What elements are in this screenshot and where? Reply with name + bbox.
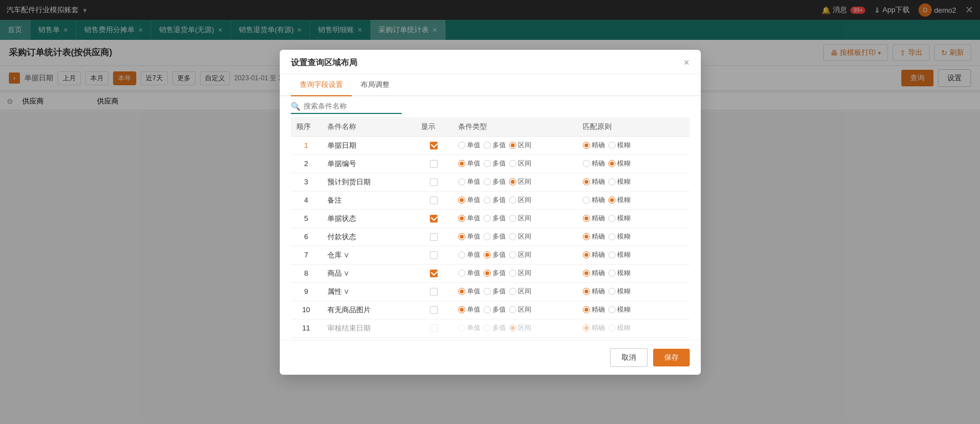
search-input-wrap: 🔍 bbox=[291, 102, 402, 113]
modal-dialog: 设置查询区域布局 × 查询字段设置 布局调整 🔍 顺序 bbox=[280, 50, 701, 113]
modal-tabs: 查询字段设置 布局调整 bbox=[280, 74, 701, 96]
modal-search-area: 🔍 bbox=[280, 96, 701, 113]
modal-header: 设置查询区域布局 × bbox=[280, 50, 701, 74]
modal-title: 设置查询区域布局 bbox=[291, 58, 357, 68]
modal-tab-fields[interactable]: 查询字段设置 bbox=[291, 74, 352, 96]
search-icon: 🔍 bbox=[291, 102, 300, 111]
modal-close-button[interactable]: × bbox=[684, 58, 690, 68]
search-input[interactable] bbox=[304, 102, 392, 110]
modal-tab-layout[interactable]: 布局调整 bbox=[352, 74, 398, 96]
modal-overlay: 设置查询区域布局 × 查询字段设置 布局调整 🔍 顺序 bbox=[0, 0, 980, 112]
